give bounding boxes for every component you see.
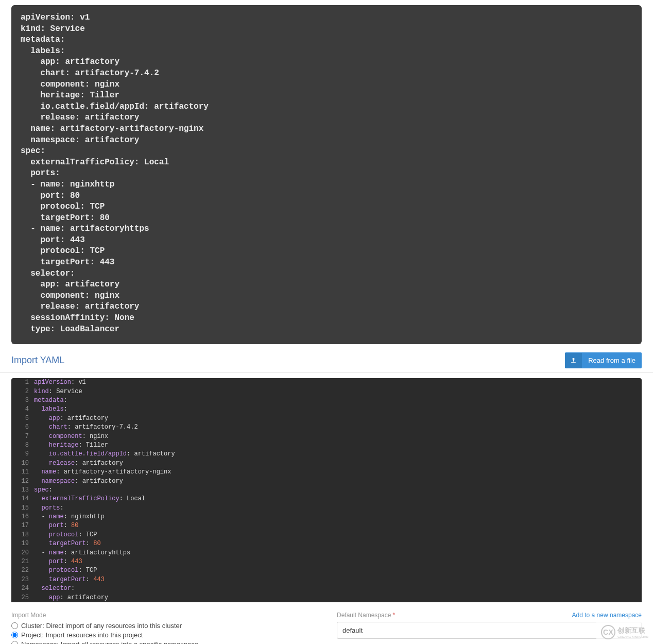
import-mode-label-text: Cluster: Direct import of any resources … bbox=[21, 622, 182, 630]
editor-line[interactable]: 3metadata: bbox=[11, 396, 642, 405]
code-content[interactable]: release: artifactory bbox=[34, 459, 123, 468]
editor-line[interactable]: 18 protocol: TCP bbox=[11, 531, 642, 539]
editor-line[interactable]: 19 targetPort: 80 bbox=[11, 539, 642, 548]
import-mode-option-cluster[interactable]: Cluster: Direct import of any resources … bbox=[11, 622, 316, 630]
line-number: 14 bbox=[11, 495, 34, 503]
editor-line[interactable]: 17 port: 80 bbox=[11, 521, 642, 530]
upload-icon bbox=[565, 353, 582, 368]
import-mode-label-text: Project: Import resources into this proj… bbox=[21, 631, 143, 639]
import-mode-group: Import Mode Cluster: Direct import of an… bbox=[11, 612, 316, 644]
code-content[interactable]: targetPort: 443 bbox=[34, 575, 105, 584]
line-number: 11 bbox=[11, 468, 34, 477]
line-number: 24 bbox=[11, 584, 34, 593]
add-namespace-link[interactable]: Add to a new namespace bbox=[572, 612, 642, 619]
editor-line[interactable]: 5 app: artifactory bbox=[11, 414, 642, 423]
editor-line[interactable]: 20 - name: artifactoryhttps bbox=[11, 549, 642, 557]
yaml-display: apiVersion: v1 kind: Service metadata: l… bbox=[11, 5, 642, 344]
editor-line[interactable]: 22 protocol: TCP bbox=[11, 566, 642, 575]
code-content[interactable]: app: artifactory bbox=[34, 594, 108, 602]
code-content[interactable]: spec: bbox=[34, 486, 53, 495]
import-yaml-header: Import YAML Read from a file bbox=[0, 347, 653, 373]
line-number: 20 bbox=[11, 549, 34, 557]
editor-line[interactable]: 2kind: Service bbox=[11, 387, 642, 396]
line-number: 16 bbox=[11, 513, 34, 521]
line-number: 21 bbox=[11, 557, 34, 566]
code-content[interactable]: port: 80 bbox=[34, 521, 78, 530]
code-content[interactable]: chart: artifactory-7.4.2 bbox=[34, 423, 138, 432]
editor-line[interactable]: 25 app: artifactory bbox=[11, 594, 642, 602]
code-content[interactable]: kind: Service bbox=[34, 387, 82, 396]
line-number: 22 bbox=[11, 566, 34, 575]
editor-line[interactable]: 12 namespace: artifactory bbox=[11, 477, 642, 486]
line-number: 19 bbox=[11, 539, 34, 548]
line-number: 2 bbox=[11, 387, 34, 396]
code-content[interactable]: targetPort: 80 bbox=[34, 539, 101, 548]
yaml-editor[interactable]: 1apiVersion: v12kind: Service3metadata:4… bbox=[11, 378, 642, 602]
code-content[interactable]: selector: bbox=[34, 584, 75, 593]
line-number: 6 bbox=[11, 423, 34, 432]
code-content[interactable]: name: artifactory-artifactory-nginx bbox=[34, 468, 171, 477]
code-content[interactable]: namespace: artifactory bbox=[34, 477, 123, 486]
editor-line[interactable]: 23 targetPort: 443 bbox=[11, 575, 642, 584]
import-mode-option-project[interactable]: Project: Import resources into this proj… bbox=[11, 631, 316, 639]
line-number: 5 bbox=[11, 414, 34, 423]
editor-line[interactable]: 9 io.cattle.field/appId: artifactory bbox=[11, 450, 642, 459]
editor-line[interactable]: 11 name: artifactory-artifactory-nginx bbox=[11, 468, 642, 477]
editor-line[interactable]: 8 heritage: Tiller bbox=[11, 441, 642, 450]
editor-line[interactable]: 21 port: 443 bbox=[11, 557, 642, 566]
editor-line[interactable]: 14 externalTrafficPolicy: Local bbox=[11, 495, 642, 503]
code-content[interactable]: - name: nginxhttp bbox=[34, 513, 105, 521]
editor-line[interactable]: 13spec: bbox=[11, 486, 642, 495]
line-number: 4 bbox=[11, 405, 34, 414]
line-number: 15 bbox=[11, 504, 34, 513]
line-number: 25 bbox=[11, 594, 34, 602]
code-content[interactable]: protocol: TCP bbox=[34, 566, 97, 575]
line-number: 1 bbox=[11, 378, 34, 387]
code-content[interactable]: labels: bbox=[34, 405, 67, 414]
watermark-logo: CX 创新互联 CHUANG XINHULIAN bbox=[596, 620, 653, 644]
read-from-file-label: Read from a file bbox=[587, 352, 642, 368]
editor-line[interactable]: 4 labels: bbox=[11, 405, 642, 414]
import-mode-radio-cluster[interactable] bbox=[11, 622, 18, 629]
import-form: Import Mode Cluster: Direct import of an… bbox=[0, 602, 653, 644]
line-number: 9 bbox=[11, 450, 34, 459]
watermark-text: 创新互联 CHUANG XINHULIAN bbox=[617, 626, 648, 638]
line-number: 13 bbox=[11, 486, 34, 495]
line-number: 18 bbox=[11, 531, 34, 539]
editor-line[interactable]: 6 chart: artifactory-7.4.2 bbox=[11, 423, 642, 432]
import-mode-radio-project[interactable] bbox=[11, 632, 18, 638]
import-mode-label-text: Namespace: Import all resources into a s… bbox=[21, 640, 198, 644]
import-mode-label: Import Mode bbox=[11, 612, 316, 619]
editor-line[interactable]: 24 selector: bbox=[11, 584, 642, 593]
code-content[interactable]: port: 443 bbox=[34, 557, 82, 566]
import-mode-radio-namespace[interactable] bbox=[11, 641, 18, 644]
code-content[interactable]: ports: bbox=[34, 504, 64, 513]
line-number: 23 bbox=[11, 575, 34, 584]
namespace-selected-value: default bbox=[342, 626, 363, 634]
editor-line[interactable]: 15 ports: bbox=[11, 504, 642, 513]
line-number: 7 bbox=[11, 432, 34, 441]
line-number: 3 bbox=[11, 396, 34, 405]
code-content[interactable]: io.cattle.field/appId: artifactory bbox=[34, 450, 175, 459]
code-content[interactable]: - name: artifactoryhttps bbox=[34, 549, 130, 557]
import-mode-option-namespace[interactable]: Namespace: Import all resources into a s… bbox=[11, 640, 316, 644]
code-content[interactable]: apiVersion: v1 bbox=[34, 378, 86, 387]
code-content[interactable]: externalTrafficPolicy: Local bbox=[34, 495, 145, 503]
line-number: 12 bbox=[11, 477, 34, 486]
code-content[interactable]: protocol: TCP bbox=[34, 531, 97, 539]
code-content[interactable]: app: artifactory bbox=[34, 414, 108, 423]
namespace-label: Default Namespace* bbox=[337, 612, 395, 619]
code-content[interactable]: metadata: bbox=[34, 396, 67, 405]
editor-line[interactable]: 16 - name: nginxhttp bbox=[11, 513, 642, 521]
code-content[interactable]: component: nginx bbox=[34, 432, 108, 441]
line-number: 8 bbox=[11, 441, 34, 450]
editor-line[interactable]: 7 component: nginx bbox=[11, 432, 642, 441]
read-from-file-button[interactable]: Read from a file bbox=[565, 352, 642, 368]
editor-line[interactable]: 1apiVersion: v1 bbox=[11, 378, 642, 387]
code-content[interactable]: heritage: Tiller bbox=[34, 441, 108, 450]
line-number: 10 bbox=[11, 459, 34, 468]
watermark-icon: CX bbox=[601, 625, 615, 639]
line-number: 17 bbox=[11, 521, 34, 530]
editor-line[interactable]: 10 release: artifactory bbox=[11, 459, 642, 468]
section-title: Import YAML bbox=[11, 355, 64, 366]
